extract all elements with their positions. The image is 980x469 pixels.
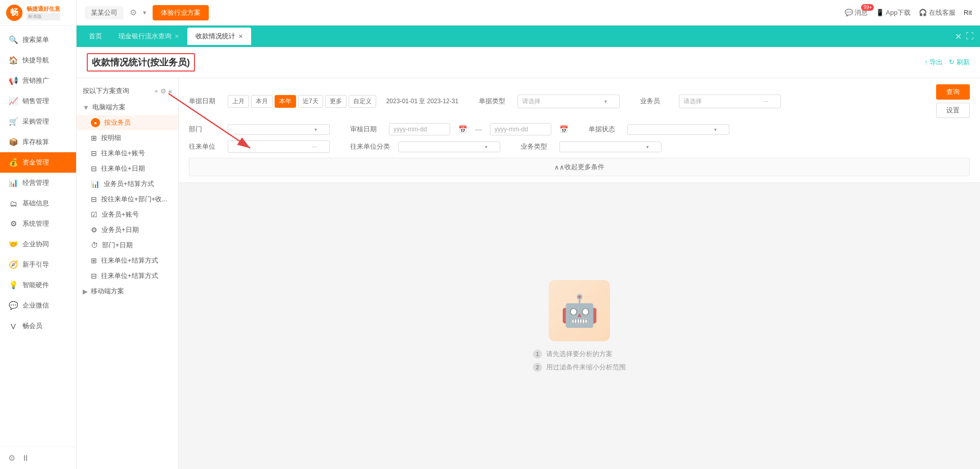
scheme-partner-calc2[interactable]: ⊟ 往来单位+结算方式 <box>77 268 178 284</box>
tab-home[interactable]: 首页 <box>81 28 110 45</box>
doc-status-select[interactable]: ▾ <box>627 124 729 135</box>
collapse-panel-icon[interactable]: « <box>168 87 172 95</box>
sidebar-item-marketing[interactable]: 📢营销推广 <box>0 71 76 91</box>
scheme-salesman-calc[interactable]: 📊 业务员+结算方式 <box>77 176 178 192</box>
date-btn-this-month[interactable]: 本月 <box>251 95 273 108</box>
user-name[interactable]: Rit <box>964 9 972 16</box>
service-link[interactable]: 🎧 在线客服 <box>919 8 955 17</box>
refresh-button[interactable]: ↻ 刷新 <box>949 58 970 67</box>
sidebar-item-basic[interactable]: 🗂基础信息 <box>0 193 76 214</box>
sidebar-item-inventory[interactable]: 📦库存核算 <box>0 132 76 152</box>
sidebar-item-member[interactable]: V畅会员 <box>0 316 76 336</box>
tab-right-actions: ✕ ⛶ <box>955 32 980 41</box>
scheme-by-detail[interactable]: ⊞ 按明细 <box>77 130 178 146</box>
message-icon[interactable]: 💬 消息 99+ <box>845 8 868 17</box>
doc-status-arrow: ▾ <box>714 127 717 132</box>
sidebar-item-finance[interactable]: 💰资金管理 <box>0 152 76 173</box>
trial-button[interactable]: 体验行业方案 <box>153 5 209 20</box>
partner-select[interactable]: ··· <box>228 140 330 153</box>
guide-icon: 🧭 <box>8 260 18 270</box>
scheme-partner-calc1[interactable]: ⊞ 往来单位+结算方式 <box>77 253 178 268</box>
dept-filter-label: 部门 <box>189 125 219 134</box>
scheme-salesman-account[interactable]: ☑ 业务员+账号 <box>77 207 178 222</box>
purchase-icon: 🛒 <box>8 116 18 127</box>
sidebar-item-system[interactable]: ⚙系统管理 <box>0 214 76 234</box>
tab-bank-close[interactable]: ✕ <box>175 33 179 40</box>
date-range-display: 2023-01-01 至 2023-12-31 <box>386 97 458 106</box>
salesman-select[interactable]: 请选择 ··· <box>679 95 781 108</box>
sidebar-item-wechat[interactable]: 💬企业微信 <box>0 295 76 316</box>
partner-category-label: 往来单位分类 <box>350 142 390 151</box>
sidebar-item-enterprise[interactable]: 🤝企业协同 <box>0 234 76 254</box>
tab-bank[interactable]: 现金银行流水查询 ✕ <box>110 28 187 45</box>
logo: 畅 畅捷通好生意 标准版 <box>0 0 76 26</box>
topbar-arrow-icon[interactable]: ▾ <box>143 9 146 16</box>
collapse-more-button[interactable]: ∧∧ 收起更多条件 <box>189 158 970 176</box>
logo-icon: 畅 <box>6 5 22 21</box>
sidebar-item-operations[interactable]: 📊经营管理 <box>0 173 76 193</box>
biz-type-select[interactable]: ▾ <box>559 142 662 152</box>
sidebar: 畅 畅捷通好生意 标准版 🔍搜索菜单🏠快捷导航📢营销推广📈销售管理🛒采购管理📦库… <box>0 0 77 469</box>
partner-category-arrow: ▾ <box>485 144 487 150</box>
sidebar-item-smart[interactable]: 💡智能硬件 <box>0 275 76 295</box>
date-btn-last-month[interactable]: 上月 <box>228 95 249 108</box>
tab-collection[interactable]: 收款情况统计 ✕ <box>187 28 251 45</box>
add-scheme-icon[interactable]: + <box>154 87 158 95</box>
quick-icon: 🏠 <box>8 55 18 65</box>
partner-more-icon[interactable]: ··· <box>312 143 317 150</box>
settings-button[interactable]: 设置 <box>936 103 970 118</box>
left-panel: 按以下方案查询 + ⚙ « ▼ 电脑端方案 ● 按业务员 <box>77 78 179 469</box>
scheme-settings-icon[interactable]: ⚙ <box>160 87 166 95</box>
tabbar: 首页 现金银行流水查询 ✕ 收款情况统计 ✕ ✕ ⛶ <box>77 26 980 47</box>
date-btn-7days[interactable]: 近7天 <box>298 95 323 108</box>
expand-icon[interactable]: ⛶ <box>966 32 974 41</box>
tab-collection-close[interactable]: ✕ <box>238 33 243 40</box>
salesman-label: 业务员 <box>640 97 671 106</box>
scheme-partner-dept[interactable]: ⊟ 按往来单位+部门+收... <box>77 192 178 207</box>
topbar-right: 💬 消息 99+ 📱 App下载 🎧 在线客服 Rit <box>845 8 972 17</box>
review-date-end[interactable]: yyyy-mm-dd <box>490 123 551 135</box>
salesman-more-icon[interactable]: ··· <box>763 98 768 105</box>
close-all-tabs-icon[interactable]: ✕ <box>955 32 962 41</box>
sidebar-item-quick[interactable]: 🏠快捷导航 <box>0 50 76 71</box>
pc-group-header[interactable]: ▼ 电脑端方案 <box>77 100 178 115</box>
calendar-end-icon[interactable]: 📅 <box>559 125 568 133</box>
scheme-dept-date[interactable]: ⏱ 部门+日期 <box>77 238 178 253</box>
sidebar-item-sales[interactable]: 📈销售管理 <box>0 91 76 111</box>
biz-type-label: 业务类型 <box>521 142 551 151</box>
inventory-icon: 📦 <box>8 137 18 147</box>
filter-row-date: 单据日期 上月 本月 本年 近7天 更多 自定义 2023-01-01 至 20… <box>189 84 970 118</box>
doc-type-select[interactable]: 请选择 ▾ <box>518 95 620 108</box>
dept-select[interactable]: ▾ <box>228 124 330 135</box>
sidebar-item-guide[interactable]: 🧭新手引导 <box>0 254 76 275</box>
scheme-salesman-date[interactable]: ⚙ 业务员+日期 <box>77 222 178 238</box>
sidebar-item-search[interactable]: 🔍搜索菜单 <box>0 30 76 50</box>
scheme-partner-date[interactable]: ⊟ 往来单位+日期 <box>77 161 178 176</box>
scheme-partner-account[interactable]: ⊟ 往来单位+账号 <box>77 146 178 161</box>
action-buttons: 查询 设置 <box>936 84 970 118</box>
review-date-start[interactable]: yyyy-mm-dd <box>389 123 450 135</box>
settings-bottom-icon[interactable]: ⚙ <box>8 453 15 463</box>
partner-category-select[interactable]: ▾ <box>398 142 500 152</box>
msg-badge: 99+ <box>861 4 874 11</box>
member-icon: V <box>8 321 18 331</box>
date-btn-more[interactable]: 更多 <box>325 95 347 108</box>
topbar-settings-icon[interactable]: ⚙ <box>130 8 137 17</box>
date-btn-this-year[interactable]: 本年 <box>275 95 296 108</box>
collapse-sidebar-icon[interactable]: ⏸ <box>21 454 30 463</box>
date-btn-custom[interactable]: 自定义 <box>349 95 376 108</box>
scheme-by-salesman[interactable]: ● 按业务员 <box>77 115 178 130</box>
dept-arrow: ▾ <box>314 127 317 132</box>
sidebar-item-purchase[interactable]: 🛒采购管理 <box>0 111 76 132</box>
doc-status-label: 单据状态 <box>589 125 619 134</box>
filter-panel: 单据日期 上月 本月 本年 近7天 更多 自定义 2023-01-01 至 20… <box>179 78 980 183</box>
calendar-start-icon[interactable]: 📅 <box>458 125 467 133</box>
biz-type-arrow: ▾ <box>646 144 649 150</box>
empty-illustration: 🤖 <box>549 280 610 341</box>
export-button[interactable]: ↑ 导出 <box>924 58 943 67</box>
query-button[interactable]: 查询 <box>936 84 970 100</box>
mobile-group-header[interactable]: ▶ 移动端方案 <box>77 284 178 299</box>
app-download-link[interactable]: 📱 App下载 <box>876 8 911 17</box>
empty-state: 🤖 1 请先选择要分析的方案 2 用过滤条件来缩小分析范围 <box>179 183 980 469</box>
smart-icon: 💡 <box>8 280 18 290</box>
